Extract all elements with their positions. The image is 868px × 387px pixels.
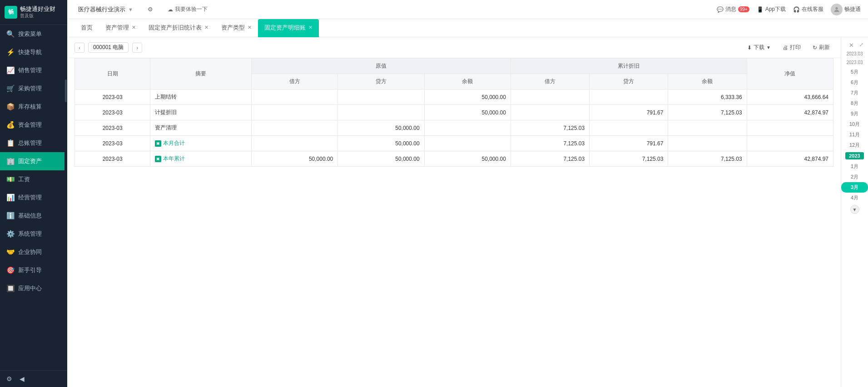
- collapse-icon[interactable]: ◀: [20, 375, 25, 382]
- th-date: 日期: [75, 59, 150, 89]
- avatar: [831, 4, 843, 15]
- timeline-month-2[interactable]: 2月: [841, 172, 868, 182]
- timeline-year-header-2: 2023.03: [841, 58, 868, 67]
- sidebar-item-salary[interactable]: 💵 工资: [0, 170, 64, 189]
- salary-icon: 💵: [6, 175, 15, 184]
- sysadmin-icon: ⚙️: [6, 230, 15, 238]
- table-row: 2023-03资产清理50,000.007,125.03: [75, 120, 833, 136]
- th-orig-balance: 余额: [424, 74, 511, 89]
- quicknav-icon: ⚡: [6, 48, 15, 56]
- tab-asset-type-close[interactable]: ✕: [248, 25, 252, 30]
- search-icon: 🔍: [6, 30, 15, 38]
- tab-home[interactable]: 首页: [74, 19, 99, 37]
- appcenter-icon: 🔲: [6, 284, 15, 293]
- user-profile[interactable]: 畅捷通: [831, 4, 861, 15]
- fixedassets-icon: 🏢: [6, 157, 15, 165]
- sidebar-item-newguide[interactable]: 🎯 新手引导: [0, 261, 64, 279]
- inventory-icon: 📦: [6, 103, 15, 111]
- ledger-table-container: 日期 摘要 原值 累计折旧 净值 借方 贷方 余额 借方 贷方 余额: [67, 58, 841, 387]
- timeline-scroll-down[interactable]: ▼: [850, 205, 859, 214]
- expand-panel-btn[interactable]: ⤢: [857, 42, 866, 49]
- timeline-month-12[interactable]: 12月: [841, 140, 868, 150]
- sidebar-item-operations[interactable]: 📊 经营管理: [0, 189, 64, 207]
- app-download-btn[interactable]: 📱 App下载: [757, 5, 786, 13]
- sidebar-item-inventory[interactable]: 📦 库存核算: [0, 98, 64, 116]
- prev-asset-btn[interactable]: ‹: [74, 43, 84, 53]
- current-year-badge: 2023: [845, 152, 863, 159]
- sidebar-item-sysadmin[interactable]: ⚙️ 系统管理: [0, 225, 64, 243]
- sidebar-item-capital[interactable]: 💰 资金管理: [0, 116, 64, 134]
- sidebar-item-search[interactable]: 🔍 搜索菜单: [0, 25, 64, 43]
- newguide-icon: 🎯: [6, 266, 15, 274]
- sidebar-scrollbar-thumb: [65, 79, 67, 102]
- timeline-month-3[interactable]: 3月: [841, 182, 868, 193]
- print-btn[interactable]: 🖨 打印: [779, 42, 804, 53]
- tab-asset-detail-close[interactable]: ✕: [308, 25, 312, 30]
- asset-id-tag: 000001 电脑: [88, 42, 129, 53]
- basicinfo-icon: ℹ️: [6, 212, 15, 220]
- timeline-month-5[interactable]: 5月: [841, 67, 868, 77]
- sidebar: 畅 畅捷通好业财 普及版 🔍 搜索菜单 ⚡ 快捷导航 📈 销售管理 🛒 采购管理: [0, 0, 67, 387]
- sidebar-item-fixedassets[interactable]: 🏢 固定资产: [0, 152, 64, 170]
- tab-assets[interactable]: 资产管理 ✕: [99, 19, 142, 37]
- close-panel-btn[interactable]: ✕: [846, 42, 857, 49]
- svg-point-0: [835, 7, 838, 9]
- sidebar-item-basicinfo[interactable]: ℹ️ 基础信息: [0, 207, 64, 225]
- tab-bar: 首页 资产管理 ✕ 固定资产折旧统计表 ✕ 资产类型 ✕ 固定资产明细账 ✕: [67, 19, 868, 37]
- timeline-month-4[interactable]: 4月: [841, 193, 868, 203]
- asset-actions: ⬇ 下载 ▼ 🖨 打印 ↻ 刷新: [744, 42, 833, 53]
- ledger-icon: 📋: [6, 139, 15, 147]
- table-row: 2023-03计提折旧50,000.00791.677,125.0342,874…: [75, 105, 833, 120]
- sidebar-item-purchase[interactable]: 🛒 采购管理: [0, 79, 64, 98]
- timeline-month-10[interactable]: 10月: [841, 119, 868, 129]
- project-dropdown-icon: ▼: [128, 7, 133, 12]
- th-summary: 摘要: [150, 59, 252, 89]
- refresh-btn[interactable]: ↻ 刷新: [809, 42, 833, 53]
- settings-gear-btn[interactable]: ⚙: [144, 4, 157, 15]
- next-asset-btn[interactable]: ›: [132, 43, 142, 53]
- th-original-value: 原值: [251, 59, 511, 74]
- online-service-btn[interactable]: 🎧 在线客服: [793, 5, 823, 13]
- sidebar-item-sales[interactable]: 📈 销售管理: [0, 61, 64, 79]
- sidebar-item-enterprise[interactable]: 🤝 企业协同: [0, 243, 64, 261]
- settings-icon[interactable]: ⚙: [6, 375, 12, 382]
- download-btn[interactable]: ⬇ 下载 ▼: [744, 42, 774, 53]
- tab-asset-detail[interactable]: 固定资产明细账 ✕: [258, 19, 319, 37]
- th-accum-balance: 余额: [668, 74, 747, 89]
- th-accumulated-dep: 累计折旧: [511, 59, 747, 74]
- timeline-month-11[interactable]: 11月: [841, 129, 868, 140]
- th-orig-debit: 借方: [251, 74, 337, 89]
- message-badge: 99+: [738, 6, 749, 12]
- timeline-month-7[interactable]: 7月: [841, 88, 868, 98]
- project-name: 医疗器械行业演示: [78, 5, 125, 14]
- header-right: 💬 消息 99+ 📱 App下载 🎧 在线客服 畅捷通: [717, 4, 861, 15]
- timeline-month-9[interactable]: 9月: [841, 109, 868, 119]
- timeline-month-6[interactable]: 6月: [841, 77, 868, 88]
- top-header: 医疗器械行业演示 ▼ ⚙ ☁ 我要体验一下 💬 消息 99+ 📱 App下载 🎧…: [67, 0, 868, 19]
- tab-depreciation-close[interactable]: ✕: [204, 25, 208, 30]
- tab-asset-type[interactable]: 资产类型 ✕: [215, 19, 258, 37]
- content-wrapper: ‹ 000001 电脑 › ⬇ 下载 ▼ 🖨 打印 ↻ 刷新: [67, 37, 868, 387]
- download-icon: ⬇: [747, 45, 752, 51]
- tab-depreciation-stats[interactable]: 固定资产折旧统计表 ✕: [142, 19, 215, 37]
- project-selector[interactable]: 医疗器械行业演示 ▼: [74, 4, 137, 15]
- th-net-value: 净值: [747, 59, 833, 89]
- message-btn[interactable]: 💬 消息 99+: [717, 5, 749, 13]
- tab-assets-close[interactable]: ✕: [132, 25, 136, 30]
- experience-icon: ☁: [168, 6, 173, 13]
- logo-text: 畅捷通好业财 普及版: [20, 5, 55, 19]
- experience-button[interactable]: ☁ 我要体验一下: [164, 4, 211, 15]
- download-icon: 📱: [757, 6, 764, 13]
- message-icon: 💬: [717, 6, 724, 13]
- refresh-icon: ↻: [813, 45, 817, 51]
- timeline-month-1[interactable]: 1月: [841, 161, 868, 172]
- asset-detail-content: ‹ 000001 电脑 › ⬇ 下载 ▼ 🖨 打印 ↻ 刷新: [67, 37, 841, 387]
- sidebar-item-appcenter[interactable]: 🔲 应用中心: [0, 279, 64, 298]
- sidebar-item-ledger[interactable]: 📋 总账管理: [0, 134, 64, 152]
- capital-icon: 💰: [6, 121, 15, 129]
- timeline-month-8[interactable]: 8月: [841, 98, 868, 109]
- sidebar-item-quicknav[interactable]: ⚡ 快捷导航: [0, 43, 64, 61]
- operations-icon: 📊: [6, 194, 15, 202]
- table-row: 2023-03上期结转50,000.006,333.3643,666.64: [75, 89, 833, 105]
- download-dropdown-icon: ▼: [766, 45, 771, 50]
